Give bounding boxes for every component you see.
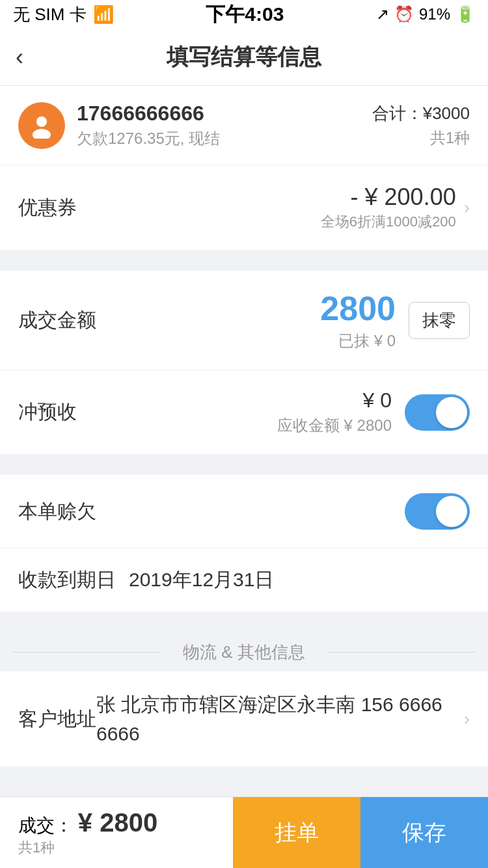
logistics-divider: 物流 & 其他信息 xyxy=(0,632,488,671)
debit-card: 本单赊欠 收款到期日 2019年12月31日 xyxy=(0,475,488,612)
duedate-row: 收款到期日 2019年12月31日 xyxy=(18,567,470,593)
item-count: 共1种 xyxy=(372,128,470,148)
alarm-icon: ⏰ xyxy=(394,5,414,23)
prepay-receivable: 应收金额 ¥ 2800 xyxy=(277,415,392,436)
address-value: 张 北京市市辖区海淀区永丰南 156 6666 6666 xyxy=(96,690,464,748)
chevron-right-icon: › xyxy=(464,197,470,218)
nav-title: 填写结算等信息 xyxy=(167,42,321,72)
bottom-summary: 成交： ¥ 2800 共1种 xyxy=(0,808,233,858)
bottom-summary-line1: 成交： ¥ 2800 xyxy=(18,808,215,838)
prepay-row: 冲预收 ¥ 0 应收金额 ¥ 2800 xyxy=(18,388,470,436)
save-button[interactable]: 保存 xyxy=(360,797,488,869)
customer-left: 17666666666 欠款1276.35元, 现结 xyxy=(18,102,220,149)
coupon-row[interactable]: 优惠券 - ¥ 200.00 全场6折满1000减200 › xyxy=(0,165,488,250)
svg-point-1 xyxy=(33,129,51,139)
coupon-label: 优惠券 xyxy=(18,195,77,221)
divider-line-left xyxy=(13,652,159,653)
customer-info: 17666666666 欠款1276.35元, 现结 xyxy=(77,102,220,149)
round-button[interactable]: 抹零 xyxy=(409,302,470,339)
svg-point-0 xyxy=(36,116,47,127)
address-section[interactable]: 客户地址 张 北京市市辖区海淀区永丰南 156 6666 6666 › xyxy=(0,671,488,766)
status-bar: 无 SIM 卡 📶 下午4:03 ↗ ⏰ 91% 🔋 xyxy=(0,0,488,29)
content: 17666666666 欠款1276.35元, 现结 合计：¥3000 共1种 … xyxy=(0,86,488,868)
sim-status: 无 SIM 卡 xyxy=(13,3,87,26)
address-card: 客户地址 张 北京市市辖区海淀区永丰南 156 6666 6666 › xyxy=(0,671,488,766)
prepay-toggle[interactable] xyxy=(405,394,470,431)
logistics-text: 物流 & 其他信息 xyxy=(183,641,305,664)
amount-section: 成交金额 2800 已抹 ¥ 0 抹零 xyxy=(0,271,488,370)
battery-icon: 🔋 xyxy=(455,5,475,23)
total-label: 合计：¥3000 xyxy=(372,102,470,125)
bottom-sub: 共1种 xyxy=(18,838,215,858)
prepay-right: ¥ 0 应收金额 ¥ 2800 xyxy=(277,388,470,436)
debit-toggle[interactable] xyxy=(405,493,470,530)
amount-card: 成交金额 2800 已抹 ¥ 0 抹零 冲预收 ¥ 0 应收金额 ¥ 2800 xyxy=(0,271,488,454)
location-icon: ↗ xyxy=(376,5,389,23)
nav-bar: ‹ 填写结算等信息 xyxy=(0,29,488,86)
prepay-values: ¥ 0 应收金额 ¥ 2800 xyxy=(277,388,392,436)
coupon-right: - ¥ 200.00 全场6折满1000减200 › xyxy=(321,183,470,232)
battery-level: 91% xyxy=(419,5,450,23)
section-gap-1 xyxy=(0,260,488,271)
bottom-bar: 成交： ¥ 2800 共1种 挂单 保存 xyxy=(0,796,488,868)
amount-value: 2800 xyxy=(320,289,396,328)
section-gap-2 xyxy=(0,465,488,475)
coupon-desc: 全场6折满1000减200 xyxy=(321,212,456,232)
back-button[interactable]: ‹ xyxy=(16,44,23,71)
coupon-discount: - ¥ 200.00 全场6折满1000减200 xyxy=(321,183,456,232)
duedate-section: 收款到期日 2019年12月31日 xyxy=(0,548,488,612)
amount-row: 成交金额 2800 已抹 ¥ 0 抹零 xyxy=(18,289,470,351)
hang-button[interactable]: 挂单 xyxy=(233,797,360,869)
status-time: 下午4:03 xyxy=(206,1,284,28)
customer-card: 17666666666 欠款1276.35元, 现结 合计：¥3000 共1种 … xyxy=(0,86,488,250)
prepay-label: 冲预收 xyxy=(18,399,77,426)
customer-debt: 欠款1276.35元, 现结 xyxy=(77,128,220,149)
debit-label: 本单赊欠 xyxy=(18,498,96,525)
status-right: ↗ ⏰ 91% 🔋 xyxy=(376,5,475,23)
customer-total: 合计：¥3000 共1种 xyxy=(372,102,470,148)
avatar xyxy=(18,102,65,149)
prepay-section: 冲预收 ¥ 0 应收金额 ¥ 2800 xyxy=(0,370,488,454)
bottom-value: ¥ 2800 xyxy=(78,808,157,837)
duedate-value: 2019年12月31日 xyxy=(129,567,274,593)
bottom-label: 成交： xyxy=(18,815,73,835)
status-left: 无 SIM 卡 📶 xyxy=(13,3,114,26)
wifi-icon: 📶 xyxy=(93,5,114,25)
amount-label: 成交金额 xyxy=(18,307,96,334)
address-label: 客户地址 xyxy=(18,706,96,733)
amount-erased: 已抹 ¥ 0 xyxy=(320,331,396,351)
debit-section: 本单赊欠 xyxy=(0,475,488,548)
amount-value-wrap: 2800 已抹 ¥ 0 xyxy=(320,289,396,351)
coupon-amount: - ¥ 200.00 xyxy=(321,183,456,211)
section-gap-3 xyxy=(0,622,488,632)
customer-row: 17666666666 欠款1276.35元, 现结 合计：¥3000 共1种 xyxy=(0,86,488,165)
duedate-label: 收款到期日 xyxy=(18,567,116,593)
prepay-amount: ¥ 0 xyxy=(277,388,392,413)
divider-line-right xyxy=(329,652,475,653)
address-chevron-icon: › xyxy=(464,709,470,729)
amount-right: 2800 已抹 ¥ 0 抹零 xyxy=(320,289,470,351)
customer-phone: 17666666666 xyxy=(77,102,220,126)
